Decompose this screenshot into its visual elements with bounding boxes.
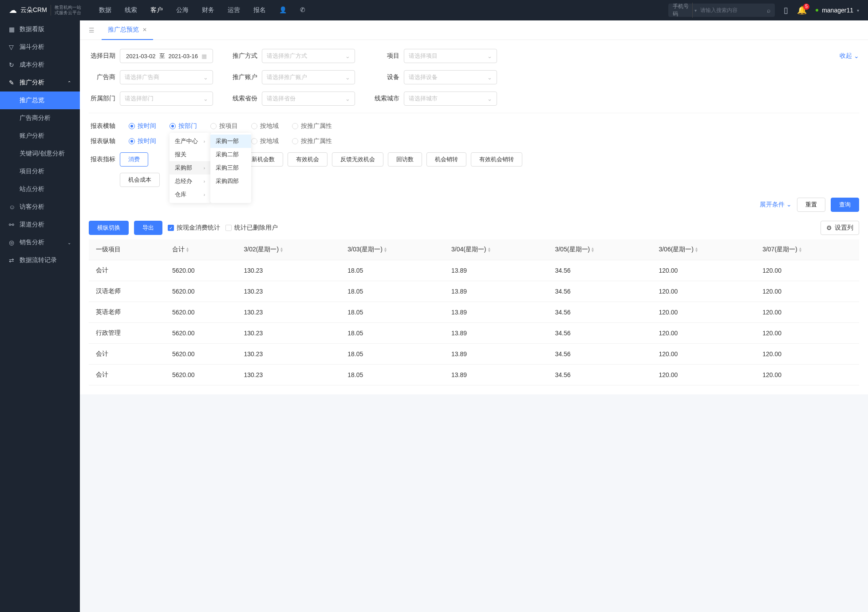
nav-finance[interactable]: 财务: [202, 6, 214, 14]
table-row[interactable]: 英语老师5620.00130.2318.0513.8934.56120.0012…: [89, 302, 859, 323]
cascade-item[interactable]: 仓库›: [170, 188, 210, 201]
sidebar-item-project[interactable]: 项目分析: [0, 163, 80, 180]
table-header[interactable]: 3/07(星期一)▴▾: [755, 239, 859, 260]
cascade-item[interactable]: 采购一部: [210, 135, 251, 148]
data-table-wrap[interactable]: 一级项目合计▴▾3/02(星期一)▴▾3/03(星期一)▴▾3/04(星期一)▴…: [89, 239, 859, 385]
metric-valid-opp[interactable]: 有效机会: [288, 152, 327, 167]
project-select[interactable]: 请选择项目⌄: [404, 49, 497, 63]
table-header[interactable]: 3/05(星期一)▴▾: [548, 239, 652, 260]
table-header[interactable]: 3/04(星期一)▴▾: [444, 239, 548, 260]
chevron-down-icon: ⌄: [345, 95, 350, 102]
reset-button[interactable]: 重置: [797, 198, 825, 212]
sidebar-item-cost[interactable]: ↻成本分析: [0, 56, 80, 74]
v-axis-attr[interactable]: 按推广属性: [292, 137, 332, 145]
user-menu[interactable]: manager11 ▾: [816, 7, 859, 14]
deleted-stat-checkbox[interactable]: 统计已删除用户: [225, 224, 278, 232]
menu-toggle-icon[interactable]: ☰: [85, 27, 98, 34]
cash-stat-checkbox[interactable]: 按现金消费统计: [168, 224, 220, 232]
sidebar-item-dashboard[interactable]: ▦数据看版: [0, 20, 80, 38]
phone-icon[interactable]: ✆: [300, 6, 305, 14]
cascade-item[interactable]: 生产中心›: [170, 135, 210, 148]
advertiser-select[interactable]: 请选择广告商⌄: [120, 70, 213, 84]
table-cell: 130.23: [237, 260, 340, 281]
table-header[interactable]: 3/03(星期一)▴▾: [340, 239, 444, 260]
settings-columns-button[interactable]: ⚙设置列: [821, 221, 859, 235]
nav-ops[interactable]: 运营: [228, 6, 240, 14]
table-header[interactable]: 3/06(星期一)▴▾: [651, 239, 755, 260]
h-axis-region[interactable]: 按地域: [251, 122, 279, 130]
table-header[interactable]: 3/02(星期一)▴▾: [237, 239, 340, 260]
metric-spend[interactable]: 消费: [120, 152, 148, 167]
h-axis-row: 报表横轴 按时间 按部门 生产中心› 报关 采购部› 总经办› 仓库›: [89, 122, 859, 130]
cascade-item[interactable]: 报关: [170, 148, 210, 161]
table-cell: 34.56: [548, 281, 652, 302]
nav-sea[interactable]: 公海: [176, 6, 189, 14]
sidebar-item-promo-overview[interactable]: 推广总览: [0, 91, 80, 109]
sidebar-item-channel[interactable]: ⚯渠道分析: [0, 216, 80, 234]
sidebar-item-keyword[interactable]: 关键词/创意分析: [0, 145, 80, 163]
swap-axis-button[interactable]: 横纵切换: [89, 221, 129, 235]
v-axis-time[interactable]: 按时间: [129, 137, 156, 145]
sidebar-item-flow[interactable]: ⇄数据流转记录: [0, 251, 80, 269]
sidebar-item-site[interactable]: 站点分析: [0, 180, 80, 198]
sidebar-item-account[interactable]: 账户分析: [0, 127, 80, 145]
metric-revisit[interactable]: 回访数: [388, 152, 422, 167]
metric-opp-conv[interactable]: 机会销转: [426, 152, 466, 167]
method-select[interactable]: 请选择推广方式⌄: [262, 49, 355, 63]
table-row[interactable]: 行政管理5620.00130.2318.0513.8934.56120.0012…: [89, 323, 859, 344]
cascade-item[interactable]: 采购二部: [210, 148, 251, 161]
sidebar-item-sales[interactable]: ◎销售分析⌄: [0, 234, 80, 251]
close-icon[interactable]: ✕: [142, 27, 147, 33]
h-axis-attr[interactable]: 按推广属性: [292, 122, 332, 130]
table-header[interactable]: 一级项目: [89, 239, 165, 260]
table-row[interactable]: 会计5620.00130.2318.0513.8934.56120.00120.…: [89, 344, 859, 365]
table-row[interactable]: 会计5620.00130.2318.0513.8934.56120.00120.…: [89, 365, 859, 385]
sidebar-item-visitor[interactable]: ☺访客分析: [0, 198, 80, 216]
city-select[interactable]: 请选择城市⌄: [404, 91, 497, 106]
table-header[interactable]: 合计▴▾: [165, 239, 237, 260]
sidebar: ▦数据看版 ▽漏斗分析 ↻成本分析 ✎推广分析⌃ 推广总览 广告商分析 账户分析…: [0, 20, 80, 612]
sidebar-item-promo[interactable]: ✎推广分析⌃: [0, 74, 80, 91]
table-cell: 13.89: [444, 260, 548, 281]
nav-customers[interactable]: 客户: [150, 6, 163, 14]
metric-valid-conv[interactable]: 有效机会销转: [471, 152, 522, 167]
nav-data[interactable]: 数据: [99, 6, 111, 14]
chevron-right-icon: ›: [204, 166, 205, 171]
h-axis-project[interactable]: 按项目: [210, 122, 238, 130]
cascade-item[interactable]: 总经办›: [170, 175, 210, 188]
tab-promo-overview[interactable]: 推广总预览 ✕: [102, 20, 153, 40]
search-icon[interactable]: ⌕: [767, 7, 770, 14]
date-range-picker[interactable]: 2021-03-02 至 2021-03-16 ▦: [120, 49, 213, 63]
query-button[interactable]: 查询: [831, 198, 859, 212]
cascade-item[interactable]: 采购部›: [170, 161, 210, 175]
calendar-icon: ▦: [201, 53, 207, 60]
sidebar-item-advertiser[interactable]: 广告商分析: [0, 109, 80, 127]
search-input[interactable]: [697, 7, 767, 13]
table-row[interactable]: 汉语老师5620.00130.2318.0513.8934.56120.0012…: [89, 281, 859, 302]
province-select[interactable]: 请选择省份⌄: [262, 91, 355, 106]
logo[interactable]: ☁ 云朵CRM 教育机构一站式服务云平台: [9, 5, 81, 16]
bell-icon[interactable]: 🔔5: [797, 5, 807, 15]
metric-opp-cost[interactable]: 机会成本: [120, 173, 160, 187]
metric-invalid[interactable]: 反馈无效机会: [332, 152, 383, 167]
dept-select[interactable]: 请选择部门⌄: [120, 91, 213, 106]
nav-leads[interactable]: 线索: [125, 6, 137, 14]
search-prefix[interactable]: 手机号码: [673, 3, 693, 18]
cascade-item[interactable]: 采购三部: [210, 161, 251, 175]
expand-conditions[interactable]: 展开条件 ⌄: [760, 201, 792, 209]
table-cell: 13.89: [444, 323, 548, 344]
h-axis-dept[interactable]: 按部门 生产中心› 报关 采购部› 总经办› 仓库› 采购一部 采购二部 采: [170, 122, 197, 130]
mobile-icon[interactable]: ▯: [784, 5, 788, 15]
export-button[interactable]: 导出: [134, 221, 162, 235]
account-select[interactable]: 请选择推广账户⌄: [262, 70, 355, 84]
v-axis-region[interactable]: 按地域: [251, 137, 279, 145]
h-axis-time[interactable]: 按时间: [129, 122, 156, 130]
collapse-toggle[interactable]: 收起 ⌄: [840, 52, 859, 60]
search-box[interactable]: 手机号码 ▾ ⌕: [668, 4, 775, 17]
table-row[interactable]: 会计5620.00130.2318.0513.8934.56120.00120.…: [89, 260, 859, 281]
nav-signup[interactable]: 报名: [253, 6, 266, 14]
cascade-item[interactable]: 采购四部: [210, 175, 251, 188]
sidebar-item-funnel[interactable]: ▽漏斗分析: [0, 38, 80, 56]
user-icon[interactable]: 👤: [279, 6, 287, 14]
device-select[interactable]: 请选择设备⌄: [404, 70, 497, 84]
